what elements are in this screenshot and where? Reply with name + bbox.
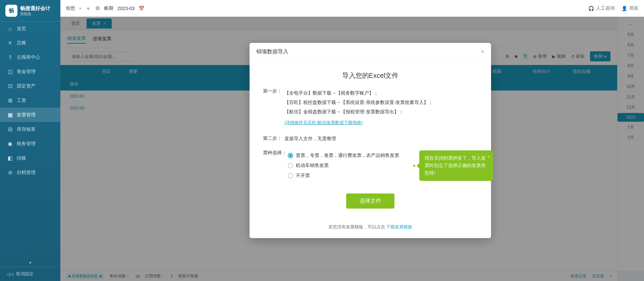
cancel-fixed-icon: ◁◁	[7, 272, 13, 277]
topbar: 你您 ▾ ＋ ⚙ 账期 2023-03 📅 🎧 人工咨询 👤 用友	[60, 0, 644, 17]
topbar-dropdown-arrow[interactable]: ▾	[79, 6, 81, 11]
sidebar-item-label: 税务管理	[17, 141, 36, 147]
import-modal: 销项数据导入 × 导入您的Excel文件 第一步： 【全电平台】数据下载→【税务…	[250, 43, 491, 238]
step2: 第二步： 直接导入文件，无需整理	[263, 134, 478, 143]
ticket-section: 票种选择： 普票，专票，卷票，通行费发票，农产品销售发票 机动车销售发票 × 现…	[263, 150, 478, 185]
home-icon: ⌂	[7, 26, 13, 32]
modal-main-title: 导入您的Excel文件	[263, 71, 478, 80]
sidebar-scroll-down[interactable]: ▼	[0, 259, 60, 267]
cloud-icon: ⇧	[7, 54, 13, 60]
sidebar-item-ledger[interactable]: ≡ 总账	[0, 36, 60, 50]
sidebar-item-archive[interactable]: ⊘ 归档管理	[0, 165, 60, 180]
step1: 第一步： 【全电平台】数据下载→【税务数字账户】； 【百旺】税控盘数据下载→【系…	[263, 88, 478, 127]
ticket-label: 票种选择：	[263, 150, 286, 156]
user-label: 用友	[629, 5, 639, 11]
modal-body: 导入您的Excel文件 第一步： 【全电平台】数据下载→【税务数字账户】； 【百…	[250, 61, 491, 224]
radio-dot-0	[289, 154, 292, 157]
download-template-link[interactable]: 下载发票模版	[386, 224, 412, 229]
tax-icon: ◉	[7, 140, 13, 147]
modal-title: 销项数据导入	[256, 48, 288, 55]
ledger-icon: ≡	[7, 40, 13, 46]
sidebar-item-label: 固定资产	[17, 83, 36, 89]
sidebar-item-label: 总账	[17, 40, 26, 46]
footer-text: 若您没有发票模版，可以点击	[328, 224, 385, 229]
cancel-fixed-button[interactable]: ◁◁ 取消固定	[0, 267, 60, 281]
modal-header: 销项数据导入 ×	[250, 43, 491, 61]
user-area[interactable]: 👤 用友	[622, 5, 639, 11]
sidebar-logo: 畅 畅捷通好会计 旗舰版	[0, 0, 60, 22]
sidebar-item-inventory[interactable]: ⊟ 库存核算	[0, 122, 60, 136]
logo-icon: 畅	[5, 5, 17, 17]
radio-label-0: 普票，专票，卷票，通行费发票，农产品销售发票	[296, 153, 399, 159]
sidebar-item-label: 库存核算	[17, 126, 36, 132]
step1-line2: 【百旺】税控盘数据下载→【系统设置-系统参数设置-发票批量导入】；	[284, 98, 433, 107]
sidebar: 畅 畅捷通好会计 旗舰版 ⌂ 首页 ≡ 总账 ⇧ 云报表中心 ◫ 资金管理 ⊡ …	[0, 0, 60, 281]
sidebar-item-home[interactable]: ⌂ 首页	[0, 22, 60, 36]
sidebar-item-checkout[interactable]: ◧ 结账	[0, 151, 60, 165]
step1-label: 第一步：	[263, 88, 282, 94]
tooltip-dot	[413, 164, 416, 167]
radio-label-1: 机动车销售发票	[296, 163, 329, 169]
radio-label-2: 不开票	[296, 173, 310, 179]
salary-icon: ⊞	[7, 97, 13, 104]
sidebar-item-label: 资金管理	[17, 69, 36, 75]
topbar-user: 你您	[66, 5, 75, 11]
sidebar-item-fixed-assets[interactable]: ⊡ 固定资产	[0, 79, 60, 93]
radio-item-2[interactable]: 不开票	[288, 173, 399, 179]
sidebar-item-salary[interactable]: ⊞ 工资	[0, 93, 60, 108]
logo-subtitle: 旗舰版	[20, 11, 50, 16]
step1-line1: 【全电平台】数据下载→【税务数字账户】；	[284, 88, 433, 98]
archive-icon: ⊘	[7, 169, 13, 176]
sidebar-item-label: 工资	[17, 98, 26, 104]
topbar-right: 🎧 人工咨询 👤 用友	[588, 5, 639, 11]
radio-circle-1	[288, 163, 293, 168]
sidebar-item-fund[interactable]: ◫ 资金管理	[0, 64, 60, 79]
step1-line3: 【航信】金税盘数据下载→【报税管理-发票数据导出】；	[284, 107, 433, 116]
radio-item-0[interactable]: 普票，专票，卷票，通行费发票，农产品销售发票	[288, 153, 399, 159]
support-button[interactable]: 🎧 人工咨询	[588, 5, 615, 11]
cancel-fixed-label: 取消固定	[16, 271, 34, 277]
topbar-settings-button[interactable]: ⚙	[95, 5, 100, 11]
support-label: 人工咨询	[596, 5, 615, 11]
step2-label: 第二步：	[263, 135, 282, 142]
modal-footer: 若您没有发票模版，可以点击 下载发票模版	[250, 224, 491, 238]
sidebar-item-label: 云报表中心	[17, 54, 40, 60]
headset-icon: 🎧	[588, 6, 594, 11]
radio-circle-0	[288, 153, 293, 158]
step2-content: 直接导入文件，无需整理	[284, 134, 336, 143]
sidebar-item-invoice[interactable]: ▦ 发票管理	[0, 108, 60, 122]
radio-group: 普票，专票，卷票，通行费发票，农产品销售发票 机动车销售发票 × 现在支持的票种…	[288, 153, 399, 183]
fund-icon: ◫	[7, 68, 13, 75]
inventory-icon: ⊟	[7, 126, 13, 132]
topbar-period-value: 2023-03	[117, 6, 135, 11]
select-file-button[interactable]: 选择文件	[346, 193, 394, 209]
sidebar-item-label: 发票管理	[17, 112, 36, 118]
sidebar-item-label: 归档管理	[17, 170, 36, 176]
sidebar-item-label: 首页	[17, 26, 26, 32]
download-guide-link[interactable]: (详细操作见百旺/航信发票数据下载指南)	[284, 120, 363, 125]
modal-close-button[interactable]: ×	[481, 48, 484, 55]
sidebar-item-cloud-report[interactable]: ⇧ 云报表中心	[0, 50, 60, 64]
tooltip-text: 现在支持的票种多了，导入发票时别忘了选择正确的发票类型呀!	[425, 155, 486, 176]
step1-content: 【全电平台】数据下载→【税务数字账户】； 【百旺】税控盘数据下载→【系统设置-系…	[284, 88, 433, 127]
ticket-tooltip: × 现在支持的票种多了，导入发票时别忘了选择正确的发票类型呀!	[419, 150, 493, 181]
sidebar-nav: ⌂ 首页 ≡ 总账 ⇧ 云报表中心 ◫ 资金管理 ⊡ 固定资产 ⊞ 工资 ▦ 发…	[0, 22, 60, 259]
fixed-assets-icon: ⊡	[7, 83, 13, 89]
invoice-icon: ▦	[7, 112, 13, 118]
topbar-add-button[interactable]: ＋	[85, 4, 91, 12]
topbar-calendar-icon[interactable]: 📅	[139, 6, 144, 11]
sidebar-item-tax[interactable]: ◉ 税务管理	[0, 136, 60, 151]
tooltip-close-button[interactable]: ×	[488, 153, 490, 160]
radio-item-1[interactable]: 机动车销售发票 × 现在支持的票种多了，导入发票时别忘了选择正确的发票类型呀!	[288, 163, 399, 169]
topbar-period-label: 账期	[104, 5, 113, 11]
logo-title: 畅捷通好会计	[20, 5, 50, 11]
radio-circle-2	[288, 173, 293, 178]
sidebar-item-label: 结账	[17, 155, 26, 161]
user-icon: 👤	[622, 6, 627, 11]
checkout-icon: ◧	[7, 155, 13, 161]
